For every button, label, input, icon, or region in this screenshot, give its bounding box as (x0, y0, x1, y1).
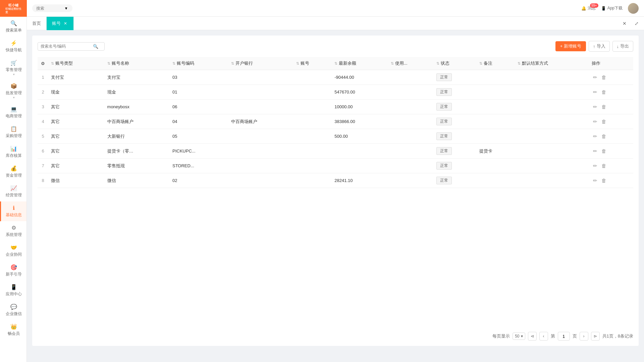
th-name[interactable]: 账号名称 (105, 57, 170, 70)
row-account (293, 114, 332, 129)
edit-button[interactable]: ✏ (592, 118, 599, 125)
edit-button[interactable]: ✏ (592, 74, 599, 81)
row-code: PICKUPC... (170, 144, 228, 159)
sidebar-item-purchase[interactable]: 📋 采购管理 (0, 122, 26, 142)
edit-button[interactable]: ✏ (592, 147, 599, 155)
row-remark: 提货卡 (477, 144, 515, 159)
tab-account[interactable]: 账号 ✕ (47, 17, 74, 30)
row-name: 提货卡（零… (105, 144, 170, 159)
sidebar-item-inventory[interactable]: 📊 库存核算 (0, 142, 26, 162)
th-bank[interactable]: 开户银行 (228, 57, 293, 70)
page-input[interactable] (558, 332, 570, 341)
edit-button[interactable]: ✏ (592, 162, 599, 170)
sidebar-item-member[interactable]: 👑 畅会员 (0, 320, 26, 340)
delete-button[interactable]: 🗑 (600, 88, 608, 96)
delete-button[interactable]: 🗑 (600, 133, 608, 140)
row-remark (477, 85, 515, 100)
th-usage[interactable]: 使用... (388, 57, 434, 70)
last-page-button[interactable]: ⊳ (591, 332, 600, 341)
topbar-search-box[interactable]: ▾ (32, 4, 72, 12)
sidebar-label-app_center: 应用中心 (6, 291, 22, 297)
row-type: 其它 (48, 114, 105, 129)
tab-home[interactable]: 首页 (27, 17, 47, 30)
sidebar-item-ecommerce[interactable]: 💻 电商管理 (0, 103, 26, 122)
delete-button[interactable]: 🗑 (600, 118, 608, 125)
export-button[interactable]: ↓ 导出 (612, 41, 634, 52)
add-account-button[interactable]: + 新增账号 (555, 41, 586, 51)
row-bank (228, 70, 293, 85)
tab-account-label: 账号 (52, 20, 61, 26)
tab-account-close[interactable]: ✕ (63, 21, 68, 26)
sidebar-item-basic[interactable]: ℹ 基础信息 (0, 201, 26, 221)
app-download-button[interactable]: 📱 App下载 (601, 5, 623, 11)
tabbar: 首页 账号 ✕ ✕ ⤢ (27, 17, 644, 30)
tab-expand-button[interactable]: ⤢ (632, 19, 641, 28)
sidebar-icon-finance: 💰 (10, 165, 17, 172)
status-badge: 正常 (436, 177, 452, 184)
th-status[interactable]: 状态 (434, 57, 477, 70)
sidebar-item-wechat[interactable]: 💬 企业微信 (0, 300, 26, 320)
th-type[interactable]: 账号类型 (48, 57, 105, 70)
edit-button[interactable]: ✏ (592, 88, 599, 96)
edit-button[interactable]: ✏ (592, 103, 599, 111)
table-row: 4 其它 中百商场账户 04 中百商场账户 383866.00 正常 ✏ 🗑 (38, 114, 633, 129)
import-button[interactable]: ↑ 导入 (589, 41, 610, 52)
sidebar-item-app_center[interactable]: 📱 应用中心 (0, 281, 26, 300)
th-code[interactable]: 账号编码 (170, 57, 228, 70)
th-account[interactable]: 账号 (293, 57, 332, 70)
sidebar-icon-guide: 🎯 (10, 264, 17, 270)
next-page-button[interactable]: › (580, 332, 588, 341)
search-box[interactable]: 🔍 (38, 42, 105, 51)
th-settings[interactable]: ⚙ (38, 57, 48, 70)
row-remark (477, 159, 515, 173)
import-icon: ↑ (593, 44, 595, 49)
prev-page-button[interactable]: ‹ (539, 332, 548, 341)
sidebar-item-search[interactable]: 🔍 搜索菜单 (0, 17, 26, 37)
th-settlement[interactable]: 默认结算方式 (515, 57, 589, 70)
message-icon: 🔔 (581, 6, 586, 11)
delete-button[interactable]: 🗑 (600, 147, 608, 155)
sidebar-label-member: 畅会员 (8, 331, 20, 337)
tab-close-all-button[interactable]: ✕ (620, 19, 629, 28)
sidebar-item-system[interactable]: ⚙ 系统管理 (0, 221, 26, 241)
import-label: 导入 (597, 43, 605, 49)
search-input[interactable] (41, 44, 91, 49)
row-code: 04 (170, 114, 228, 129)
th-balance[interactable]: 最新余额 (332, 57, 388, 70)
th-remark[interactable]: 备注 (477, 57, 515, 70)
sidebar-item-operation[interactable]: 📈 经营管理 (0, 182, 26, 201)
delete-button[interactable]: 🗑 (600, 103, 608, 110)
sidebar-item-shortcut[interactable]: ⚡ 快捷导航 (0, 37, 26, 56)
row-remark (477, 114, 515, 129)
topbar-search-input[interactable] (36, 6, 63, 11)
main-area: ▾ 🔔 消息 99+ 📱 App下载 首页 账号 ✕ (27, 0, 644, 362)
edit-button[interactable]: ✏ (592, 133, 599, 140)
sidebar-item-finance[interactable]: 💰 资金管理 (0, 162, 26, 182)
accounts-table-wrap: ⚙ 账号类型 账号名称 账号编码 开户银行 账号 最新余额 使用... 状态 备… (38, 57, 633, 328)
sidebar-item-retail[interactable]: 🛒 零售管理 ▾ (0, 56, 26, 79)
sidebar-label-enterprise: 企业协同 (6, 252, 22, 257)
message-button[interactable]: 🔔 消息 99+ (581, 5, 596, 11)
sidebar-item-guide[interactable]: 🎯 新手引导 (0, 261, 26, 281)
row-status: 正常 (434, 100, 477, 114)
row-usage (388, 129, 434, 144)
app-logo: 旺小铺 旺铺运营好生意 (0, 0, 27, 17)
row-balance (332, 159, 388, 173)
per-page-select[interactable]: 50 ▾ (513, 333, 525, 340)
row-balance: 10000.00 (332, 100, 388, 114)
topbar-left: ▾ (32, 4, 72, 12)
row-code: 01 (170, 85, 228, 100)
row-usage (388, 173, 434, 188)
user-avatar[interactable] (628, 3, 639, 14)
row-usage (388, 159, 434, 173)
first-page-button[interactable]: ⊲ (528, 332, 537, 341)
topbar-search-icon: ▾ (65, 6, 67, 11)
delete-button[interactable]: 🗑 (600, 74, 608, 81)
sidebar-item-enterprise[interactable]: 🤝 企业协同 (0, 241, 26, 261)
sidebar-label-purchase: 采购管理 (6, 133, 22, 139)
sidebar-item-wholesale[interactable]: 📦 批发管理 ▾ (0, 79, 26, 103)
delete-button[interactable]: 🗑 (600, 162, 608, 169)
edit-button[interactable]: ✏ (592, 177, 599, 184)
delete-button[interactable]: 🗑 (600, 177, 608, 184)
row-actions: ✏ 🗑 (589, 144, 633, 159)
